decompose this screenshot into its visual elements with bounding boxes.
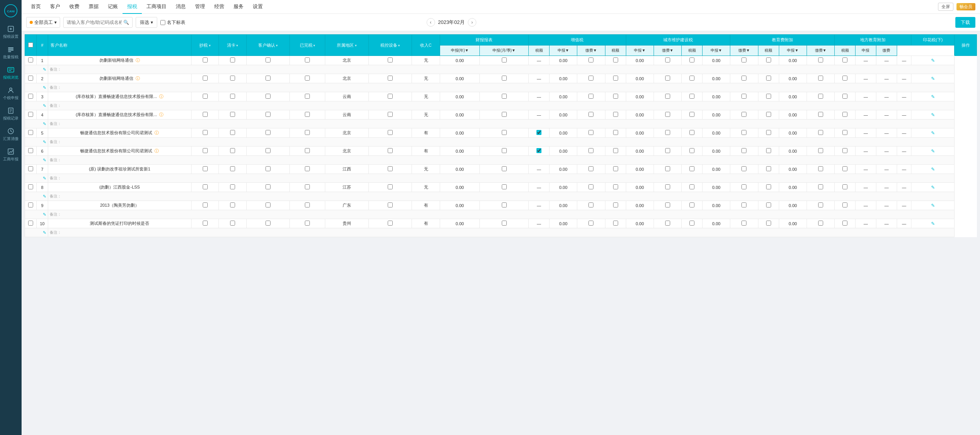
client-confirm-checkbox[interactable] — [266, 94, 271, 99]
clear-card-checkbox[interactable] — [230, 130, 235, 135]
row-checkbox[interactable] — [28, 184, 33, 189]
edu-pay-checkbox[interactable] — [766, 57, 771, 62]
edit-icon[interactable]: ✎ — [931, 203, 935, 208]
clear-card-checkbox[interactable] — [230, 94, 235, 99]
city-pay-checkbox[interactable] — [689, 130, 694, 135]
city-pay-checkbox[interactable] — [689, 112, 694, 117]
edu-pay-checkbox[interactable] — [766, 166, 771, 171]
city-declare-checkbox[interactable] — [665, 57, 670, 62]
employee-filter[interactable]: 全部员工 ▾ — [26, 17, 60, 28]
local-declare-checkbox[interactable] — [818, 94, 823, 99]
company-name[interactable]: (勿删）江西股金-LSS — [48, 183, 192, 192]
annual-declare-checkbox[interactable] — [502, 130, 507, 135]
tax-done-checkbox[interactable] — [305, 202, 310, 207]
row-checkbox[interactable] — [28, 130, 33, 135]
company-name[interactable]: (库存核算）直播畅捷通信息技术股份有限... ⓘ — [48, 92, 192, 101]
client-confirm-checkbox[interactable] — [266, 57, 271, 62]
nav-accounting[interactable]: 记账 — [103, 0, 123, 14]
local-pay-checkbox[interactable] — [842, 94, 847, 99]
company-name[interactable]: 畅捷通信息技术股份有限公司民珺测试 ⓘ — [48, 128, 192, 138]
local-pay-checkbox[interactable] — [842, 76, 847, 81]
vat-pay-checkbox[interactable] — [613, 221, 618, 226]
city-pay-checkbox[interactable] — [689, 166, 694, 171]
nav-service[interactable]: 服务 — [229, 0, 248, 14]
client-confirm-checkbox[interactable] — [266, 166, 271, 171]
vat-pay-checkbox[interactable] — [613, 184, 618, 189]
vat-declare-checkbox[interactable] — [588, 112, 593, 117]
remark-text[interactable]: 备注： — [48, 210, 955, 219]
annual-declare-checkbox[interactable] — [502, 184, 507, 189]
city-declare-checkbox[interactable] — [665, 148, 670, 153]
local-declare-checkbox[interactable] — [818, 202, 823, 207]
remark-text[interactable]: 备注： — [48, 228, 955, 237]
tax-device-checkbox[interactable] — [388, 76, 393, 81]
city-pay-checkbox[interactable] — [689, 94, 694, 99]
remark-text[interactable]: 备注： — [48, 65, 955, 74]
tax-device-checkbox[interactable] — [388, 112, 393, 117]
company-name[interactable]: 勿删新锐网络通信 ⓘ — [48, 74, 192, 83]
local-declare-checkbox[interactable] — [818, 57, 823, 62]
edu-pay-checkbox[interactable] — [766, 76, 771, 81]
annual-declare-checkbox[interactable] — [502, 202, 507, 207]
clear-card-checkbox[interactable] — [230, 148, 235, 153]
city-pay-checkbox[interactable] — [689, 221, 694, 226]
mylist-checkbox-label[interactable]: 名下标表 — [160, 19, 185, 26]
edu-pay-checkbox[interactable] — [766, 112, 771, 117]
tax-done-checkbox[interactable] — [305, 57, 310, 62]
tax-device-checkbox[interactable] — [388, 202, 393, 207]
company-name[interactable]: 勿删新锐网络通信 ⓘ — [48, 56, 192, 65]
annual-declare-checkbox[interactable] — [502, 57, 507, 62]
client-confirm-checkbox[interactable] — [266, 76, 271, 81]
row-checkbox[interactable] — [28, 166, 33, 171]
company-name[interactable]: (原) 误删勿改李祖珍测试所套新1 — [48, 165, 192, 174]
annual-declare-checkbox[interactable] — [502, 148, 507, 153]
local-pay-checkbox[interactable] — [842, 184, 847, 189]
vat-pay-checkbox[interactable] — [613, 76, 618, 81]
tax-device-checkbox[interactable] — [388, 184, 393, 189]
mylist-checkbox[interactable] — [160, 20, 165, 25]
tax-device-checkbox[interactable] — [388, 148, 393, 153]
sidebar-item-annual-settle[interactable]: 汇算清缴 — [0, 124, 22, 144]
annual-declare-checkbox[interactable] — [502, 76, 507, 81]
edu-pay-checkbox[interactable] — [766, 94, 771, 99]
nav-home[interactable]: 首页 — [26, 0, 45, 14]
local-pay-checkbox[interactable] — [842, 202, 847, 207]
copy-tax-checkbox[interactable] — [203, 112, 208, 117]
local-declare-checkbox[interactable] — [818, 130, 823, 135]
search-input[interactable] — [67, 20, 122, 25]
edit-icon[interactable]: ✎ — [931, 185, 935, 190]
city-pay-checkbox[interactable] — [689, 76, 694, 81]
tax-done-checkbox[interactable] — [305, 76, 310, 81]
vat-declare-checkbox[interactable] — [588, 76, 593, 81]
client-confirm-checkbox[interactable] — [266, 112, 271, 117]
copy-tax-checkbox[interactable] — [203, 94, 208, 99]
vat-pay-checkbox[interactable] — [613, 202, 618, 207]
edu-declare-checkbox[interactable] — [741, 221, 746, 226]
tax-device-checkbox[interactable] — [388, 166, 393, 171]
clear-card-checkbox[interactable] — [230, 112, 235, 117]
city-pay-checkbox[interactable] — [689, 202, 694, 207]
company-name[interactable]: 畅捷通信息技术股份有限公司民珺测试 ⓘ — [48, 147, 192, 156]
sidebar-item-batch-tax[interactable]: 批量报税 — [0, 42, 22, 62]
city-declare-checkbox[interactable] — [665, 221, 670, 226]
vat-pay-checkbox[interactable] — [613, 148, 618, 153]
tax-done-checkbox[interactable] — [305, 184, 310, 189]
copy-tax-checkbox[interactable] — [203, 166, 208, 171]
vat-pay-checkbox[interactable] — [613, 112, 618, 117]
sidebar-item-personal-tax[interactable]: 个税申报 — [0, 83, 22, 103]
remark-text[interactable]: 备注： — [48, 156, 955, 165]
sidebar-item-annual-report[interactable]: 工商年报 — [0, 144, 22, 165]
remark-text[interactable]: 备注： — [48, 192, 955, 201]
edu-declare-checkbox[interactable] — [741, 57, 746, 62]
row-checkbox[interactable] — [28, 148, 33, 153]
edit-icon[interactable]: ✎ — [931, 112, 935, 118]
client-confirm-checkbox[interactable] — [266, 184, 271, 189]
client-confirm-checkbox[interactable] — [266, 221, 271, 226]
vat-declare-checkbox[interactable] — [588, 94, 593, 99]
local-pay-checkbox[interactable] — [842, 112, 847, 117]
city-pay-checkbox[interactable] — [689, 148, 694, 153]
annual-declare-checkbox[interactable] — [502, 166, 507, 171]
monthly-declare-checkbox[interactable] — [536, 148, 541, 153]
clear-card-checkbox[interactable] — [230, 76, 235, 81]
city-declare-checkbox[interactable] — [665, 94, 670, 99]
